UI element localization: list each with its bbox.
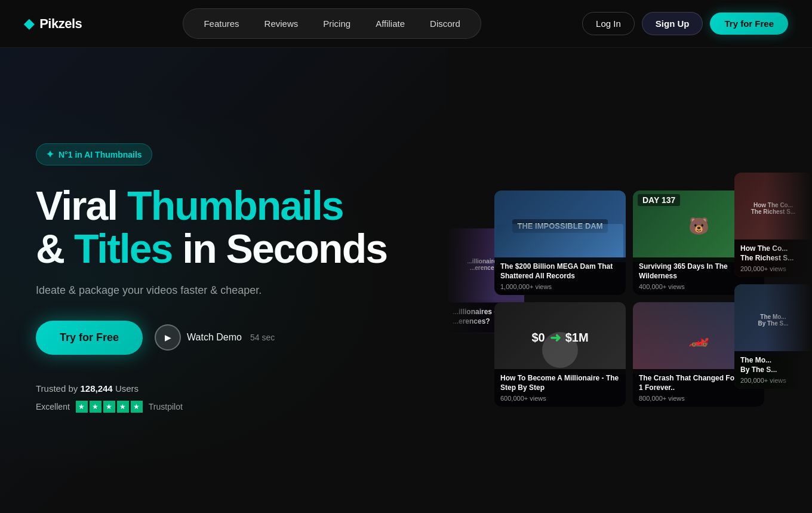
badge: ✦ N°1 in AI Thumbnails [36,143,152,165]
hero-title: Viral Thumbnails & Titles in Seconds [36,185,411,270]
thumb-info-millionaire: How To Become A Millionaire - The Step B… [494,369,626,406]
thumb-info-dam: The $200 Billion MEGA Dam That Shattered… [494,257,626,294]
title-part1: Viral [36,183,127,228]
thumb-card-dam: THE IMPOSSIBLE DAM The $200 Billion MEGA… [494,191,626,295]
hero-left: ✦ N°1 in AI Thumbnails Viral Thumbnails … [0,48,447,513]
star-5: ★ [131,401,143,413]
play-icon: ▶ [155,324,181,351]
thumb-partial-right-bottom: The Mo...By The S... The Mo...By The S..… [734,284,812,389]
star-4: ★ [117,401,129,413]
navbar: ◆ Pikzels Features Reviews Pricing Affil… [0,0,812,48]
nav-links: Features Reviews Pricing Affiliate Disco… [183,8,481,39]
hero-subtitle: Ideate & package your videos faster & ch… [36,284,411,297]
star-2: ★ [90,401,102,413]
watch-label: Watch Demo [187,332,242,343]
star-3: ★ [103,401,115,413]
hero-right: ...illionaires -...erences? ...illionair… [447,48,812,513]
badge-text: N°1 in AI Thumbnails [59,150,142,159]
trustpilot-label: Trustpilot [149,402,183,411]
nav-item-reviews[interactable]: Reviews [254,14,309,33]
try-free-hero-button[interactable]: Try for Free [36,321,143,355]
star-1: ★ [76,401,88,413]
star-rating: ★ ★ ★ ★ ★ [76,401,143,413]
thumb-card-millionaire: $0 ➜ $1M How To Become A Millionaire - T… [494,302,626,407]
try-free-nav-button[interactable]: Try for Free [710,13,788,35]
title-part2: & [36,226,74,271]
signup-button[interactable]: Sign Up [642,12,703,35]
title-highlight1: Thumbnails [127,183,343,228]
trustpilot: Excellent ★ ★ ★ ★ ★ Trustpilot [36,401,411,413]
thumb-views-millionaire: 600,000+ views [500,395,620,402]
watch-duration: 54 sec [250,333,275,342]
logo[interactable]: ◆ Pikzels [24,16,82,32]
hero-section: ✦ N°1 in AI Thumbnails Viral Thumbnails … [0,0,812,513]
logo-icon: ◆ [24,16,34,31]
title-part3: in Seconds [172,226,387,271]
nav-item-features[interactable]: Features [193,14,250,33]
title-highlight2: Titles [74,226,172,271]
thumb-views-dam: 1,000,000+ views [500,283,620,290]
hero-cta: Try for Free ▶ Watch Demo 54 sec [36,321,411,355]
thumb-title-millionaire: How To Become A Millionaire - The Step B… [500,374,620,392]
nav-item-pricing[interactable]: Pricing [312,14,361,33]
badge-icon: ✦ [46,149,54,160]
login-button[interactable]: Log In [582,12,635,35]
watch-demo-button[interactable]: ▶ Watch Demo 54 sec [155,324,275,351]
logo-text: Pikzels [39,16,82,31]
trust-text: Trusted by 128,244 Users [36,383,411,394]
nav-item-discord[interactable]: Discord [419,14,471,33]
trust-suffix: Users [113,383,139,394]
nav-item-affiliate[interactable]: Affiliate [365,14,416,33]
thumb-title-dam: The $200 Billion MEGA Dam That Shattered… [500,262,620,281]
trust-prefix: Trusted by [36,383,80,394]
nav-actions: Log In Sign Up Try for Free [582,12,788,35]
thumb-views-formula: 800,000+ views [639,395,758,402]
trust-rating: Excellent [36,402,70,411]
thumb-partial-right-top: How The Co...The Richest S... How The Co… [734,173,812,277]
trust-section: Trusted by 128,244 Users Excellent ★ ★ ★… [36,383,411,413]
trust-count: 128,244 [80,383,112,394]
